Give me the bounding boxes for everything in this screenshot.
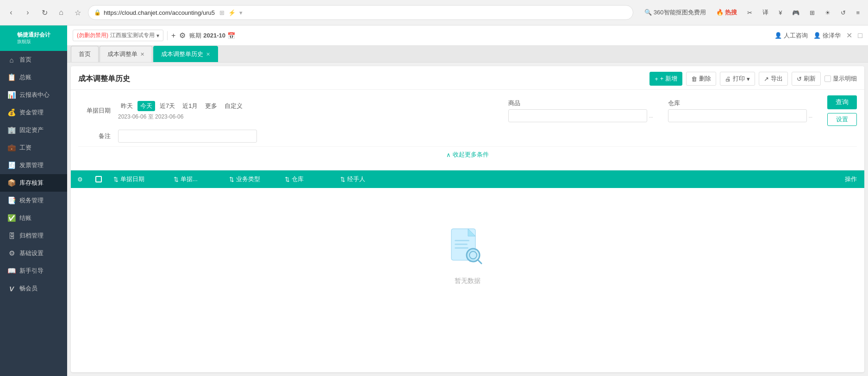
funds-icon: 💰 [7,108,16,117]
7days-btn[interactable]: 近7天 [157,101,178,111]
period-info: 账期 2021-10 📅 [189,31,235,40]
url-text: https://cloud.chanjet.com/accounting/uru… [104,9,215,16]
tab-close-icon[interactable]: ✕ [140,51,144,57]
settle-icon: ✅ [7,214,16,222]
company-dropdown-icon: ▾ [156,32,159,39]
filter-row-date: 单据日期 昨天 今天 近7天 近1月 更多 自定义 2023-06-06 至 2… [78,95,857,126]
bookmark-button[interactable]: ☆ [71,6,84,19]
page-content: 成本调整单历史 + + 新增 🗑 删除 🖨 打印 ▾ [71,66,864,372]
undo-tool[interactable]: ↺ [837,7,849,18]
th-checkbox[interactable] [89,176,108,182]
translate-tool[interactable]: 译 [759,6,772,19]
grid-tool[interactable]: ⊞ [806,7,818,18]
warehouse-dots[interactable]: ... [809,113,812,119]
menu-tool[interactable]: ≡ [852,7,863,18]
warehouse-input[interactable] [668,109,807,122]
goods-input[interactable] [508,109,647,122]
warehouse-filter-input-row: ... [668,109,812,122]
th-actions: 操作 [839,175,864,183]
th-settings[interactable]: ⚙ [71,176,89,183]
hot-search-button[interactable]: 🔥 热搜 [712,6,741,19]
more-btn[interactable]: 更多 [202,101,220,111]
refresh-button[interactable]: ↺ 刷新 [792,72,821,86]
forward-button[interactable]: › [21,6,34,19]
game-tool[interactable]: 🎮 [788,7,803,18]
calendar-icon[interactable]: 📅 [227,32,235,39]
window-maximize-button[interactable]: □ [858,31,862,40]
filter-actions-right: 商品 ... [508,99,653,122]
sidebar-item-inventory[interactable]: 📦 库存核算 [0,174,67,192]
grid-icon: ⊞ [219,9,225,16]
sidebar-item-invoices[interactable]: 🧾 发票管理 [0,157,67,174]
sidebar-item-settle[interactable]: ✅ 结账 [0,209,67,227]
refresh-icon: ↺ [797,75,802,82]
user-profile-button[interactable]: 👤 徐泽华 [813,31,841,40]
sidebar-item-funds[interactable]: 💰 资金管理 [0,104,67,121]
custom-btn[interactable]: 自定义 [222,101,245,111]
print-button[interactable]: 🖨 打印 ▾ [720,72,755,86]
delete-button[interactable]: 🗑 删除 [686,72,716,86]
th-warehouse[interactable]: ⇅ 仓库 [279,175,335,183]
tab-close-icon[interactable]: ✕ [206,51,210,57]
sidebar-item-guide[interactable]: 📖 新手引导 [0,262,67,280]
print-icon: 🖨 [725,75,731,82]
sidebar-item-label: 工资 [19,144,31,152]
remark-input[interactable] [118,130,257,143]
page-header: 成本调整单历史 + + 新增 🗑 删除 🖨 打印 ▾ [71,66,864,90]
refresh-button[interactable]: ↻ [38,6,51,19]
tab-cost-adjust-history[interactable]: 成本调整单历史 ✕ [153,46,218,62]
sidebar-item-label: 基础设置 [19,249,44,257]
settings-button[interactable]: 设置 [827,113,857,126]
company-select[interactable]: (勿删勿禁用) 江西服宝测试专用 ▾ [73,30,163,41]
select-all-checkbox[interactable] [95,176,102,182]
customer-service-button[interactable]: 👤 人工咨询 [774,31,808,40]
tab-cost-adjust[interactable]: 成本调整单 ✕ [100,46,152,62]
tab-label: 成本调整单历史 [161,50,203,58]
th-date[interactable]: ⇅ 单据日期 [108,175,168,183]
collapse-button[interactable]: ∧ 收起更多条件 [443,149,493,161]
username-label: 徐泽华 [823,31,841,40]
goods-dots[interactable]: ... [649,113,653,119]
sidebar-item-settings[interactable]: ⚙ 基础设置 [0,244,67,262]
sort-icons: ⇅ [229,176,234,183]
tab-settings-button[interactable]: ⚙ [179,31,186,40]
scissors-tool[interactable]: ✂ [743,7,756,18]
display-toggle-label[interactable]: 显示明细 [824,75,857,83]
sidebar-item-assets[interactable]: 🏢 固定资产 [0,121,67,139]
query-button[interactable]: 查询 [827,95,857,109]
sidebar-item-archive[interactable]: 🗄 归档管理 [0,227,67,244]
sidebar-item-label: 云报表中心 [19,91,50,99]
sidebar-item-reports[interactable]: 📊 云报表中心 [0,86,67,104]
yesterday-btn[interactable]: 昨天 [118,101,136,111]
today-btn[interactable]: 今天 [137,101,155,111]
tab-label: 成本调整单 [107,50,137,58]
sidebar-item-salary[interactable]: 💼 工资 [0,139,67,157]
sidebar-item-home[interactable]: ⌂ 首页 [0,51,67,69]
th-biztype[interactable]: ⇅ 业务类型 [224,175,279,183]
app-container: 畅捷通好会计 旗舰版 ⌂ 首页 📋 总账 📊 云报表中心 💰 资金管理 � [0,25,868,376]
1month-btn[interactable]: 近1月 [180,101,200,111]
home-icon: ⌂ [7,56,16,64]
address-bar[interactable]: 🔒 https://cloud.chanjet.com/accounting/u… [88,5,633,20]
add-button[interactable]: + + 新增 [649,72,682,86]
th-operator[interactable]: ⇅ 经手人 [335,175,390,183]
home-button[interactable]: ⌂ [55,6,68,19]
export-button[interactable]: ↗ 导出 [759,72,788,86]
sidebar-item-member[interactable]: V 畅会员 [0,280,67,297]
th-docnum[interactable]: ⇅ 单据... [168,175,224,183]
tab-home[interactable]: 首页 [71,46,99,62]
back-button[interactable]: ‹ [5,6,18,19]
sidebar-item-ledger[interactable]: 📋 总账 [0,69,67,86]
window-close-button[interactable]: ✕ [846,31,852,40]
wallet-tool[interactable]: ¥ [775,7,786,18]
service-label: 人工咨询 [784,31,808,40]
sun-tool[interactable]: ☀ [821,7,834,18]
display-toggle-checkbox[interactable] [824,75,831,82]
dropdown-icon: ▾ [239,9,243,16]
assets-icon: 🏢 [7,126,16,134]
add-tab-button[interactable]: + [171,31,175,40]
sidebar-item-tax[interactable]: 📑 税务管理 [0,192,67,209]
search-tool[interactable]: 🔍 360智能抠图免费用 [641,6,709,19]
svg-rect-3 [455,244,468,245]
goods-filter-input-row: ... [508,109,653,122]
